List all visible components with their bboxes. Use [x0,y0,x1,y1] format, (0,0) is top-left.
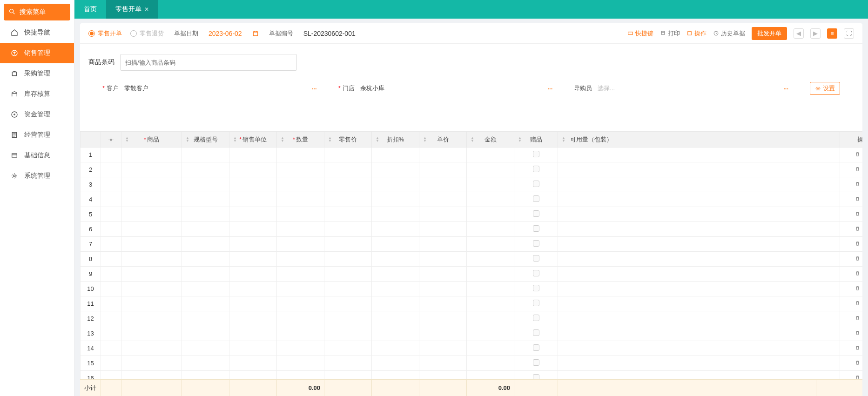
cell-gift[interactable] [514,311,558,326]
cell-spec[interactable] [182,222,229,237]
cell-gift[interactable] [514,282,558,296]
sidebar-item-quicknav[interactable]: 快捷导航 [0,22,74,43]
cell-discount[interactable] [372,222,419,237]
cell-amount[interactable] [467,162,514,177]
cell-spec[interactable] [182,326,229,341]
cell-discount[interactable] [372,296,419,311]
table-row[interactable]: 1 [81,148,863,162]
batch-order-button[interactable]: 批发开单 [752,27,787,40]
gift-checkbox[interactable] [533,344,539,351]
cell-qty[interactable] [277,148,324,162]
cell-qty[interactable] [277,267,324,282]
customer-more-icon[interactable]: ··· [312,85,325,92]
cell-spec[interactable] [182,148,229,162]
gift-checkbox[interactable] [533,270,539,276]
barcode-input[interactable] [120,54,297,71]
gift-checkbox[interactable] [533,315,539,321]
cell-discount[interactable] [372,207,419,222]
cell-unit[interactable] [229,356,277,371]
table-row[interactable]: 4 [81,192,863,207]
cell-price[interactable] [324,341,372,356]
cell-discount[interactable] [372,148,419,162]
col-header-amount[interactable]: ▲▼金额 [467,132,514,148]
cell-amount[interactable] [467,207,514,222]
cell-unitprice[interactable] [419,282,467,296]
cell-gift[interactable] [514,148,558,162]
cell-product[interactable] [121,148,182,162]
cell-qty[interactable] [277,311,324,326]
table-row[interactable]: 8 [81,252,863,267]
cell-discount[interactable] [372,192,419,207]
cell-gift[interactable] [514,207,558,222]
cell-price[interactable] [324,148,372,162]
cell-qty[interactable] [277,207,324,222]
delete-row-icon[interactable] [855,151,861,159]
delete-row-icon[interactable] [855,375,861,380]
cell-spec[interactable] [182,192,229,207]
cell-gift[interactable] [514,162,558,177]
col-header-gift[interactable]: ▲▼赠品 [514,132,558,148]
cell-qty[interactable] [277,282,324,296]
table-row[interactable]: 6 [81,222,863,237]
cell-amount[interactable] [467,356,514,371]
cell-gift[interactable] [514,252,558,267]
cell-product[interactable] [121,326,182,341]
cell-product[interactable] [121,311,182,326]
col-header-qty[interactable]: ▲▼*数量 [277,132,324,148]
print-button[interactable]: 打印 [660,29,680,38]
gift-checkbox[interactable] [533,240,539,247]
table-row[interactable]: 16 [81,371,863,380]
table-row[interactable]: 12 [81,311,863,326]
delete-row-icon[interactable] [855,211,861,218]
gift-checkbox[interactable] [533,181,539,187]
cell-spec[interactable] [182,311,229,326]
gift-checkbox[interactable] [533,166,539,172]
radio-retail-return[interactable]: 零售退货 [130,29,164,38]
radio-retail-create[interactable]: 零售开单 [88,29,122,38]
col-header-price[interactable]: ▲▼零售价 [324,132,372,148]
col-header-unit[interactable]: ▲▼*销售单位 [229,132,277,148]
sidebar-item-sales[interactable]: 销售管理 [0,43,74,63]
cell-qty[interactable] [277,371,324,380]
cell-unitprice[interactable] [419,311,467,326]
gift-checkbox[interactable] [533,151,539,157]
customer-select[interactable]: 零散客户 [124,82,180,94]
tab-retail-order[interactable]: 零售开单 ✕ [106,0,158,19]
cell-unitprice[interactable] [419,326,467,341]
cell-gift[interactable] [514,192,558,207]
cell-spec[interactable] [182,282,229,296]
cell-unitprice[interactable] [419,207,467,222]
cell-price[interactable] [324,192,372,207]
delete-row-icon[interactable] [855,255,861,263]
cell-product[interactable] [121,222,182,237]
cell-price[interactable] [324,311,372,326]
sidebar-item-sys[interactable]: 系统管理 [0,166,74,186]
salesrep-more-icon[interactable]: ··· [783,85,797,92]
cell-unit[interactable] [229,311,277,326]
cell-qty[interactable] [277,252,324,267]
sidebar-item-fund[interactable]: 资金管理 [0,104,74,125]
cell-amount[interactable] [467,148,514,162]
cell-spec[interactable] [182,267,229,282]
cell-unit[interactable] [229,282,277,296]
cell-unitprice[interactable] [419,237,467,252]
store-select[interactable]: 余杭小库 [360,82,416,94]
cell-discount[interactable] [372,282,419,296]
cell-unitprice[interactable] [419,371,467,380]
cell-unit[interactable] [229,267,277,282]
cell-gift[interactable] [514,326,558,341]
cell-qty[interactable] [277,162,324,177]
cell-gift[interactable] [514,237,558,252]
table-row[interactable]: 3 [81,177,863,192]
gift-checkbox[interactable] [533,225,539,232]
cell-unit[interactable] [229,371,277,380]
table-row[interactable]: 13 [81,326,863,341]
cell-unitprice[interactable] [419,296,467,311]
cell-unit[interactable] [229,296,277,311]
cell-gift[interactable] [514,222,558,237]
cell-amount[interactable] [467,296,514,311]
gift-checkbox[interactable] [533,300,539,306]
cell-discount[interactable] [372,326,419,341]
cell-amount[interactable] [467,267,514,282]
cell-unit[interactable] [229,192,277,207]
